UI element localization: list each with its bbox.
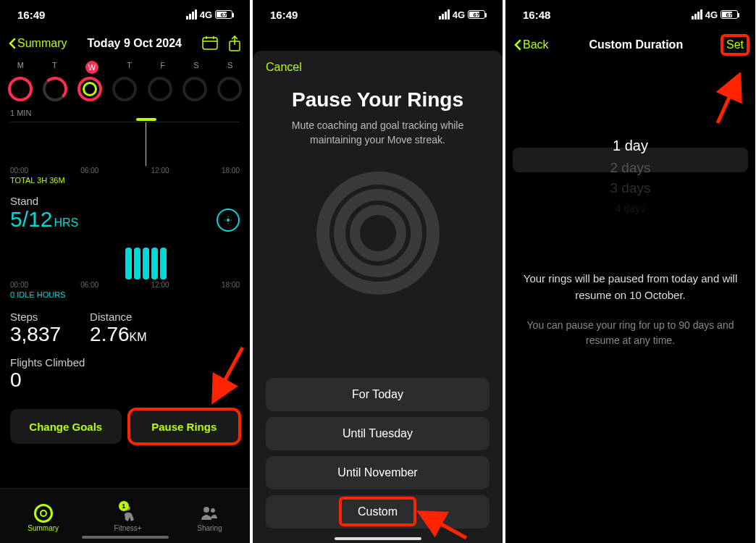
picker-item[interactable]: 4 days [505,198,755,219]
idle-label: 0 IDLE HOURS [10,290,240,299]
set-button[interactable]: Set [726,38,744,51]
nav-header: Back Custom Duration Set [505,29,755,61]
day-ring[interactable] [112,77,137,101]
tab-fitness-plus[interactable]: 1 Fitness+ [114,504,142,532]
steps-label: Steps [10,311,61,323]
picker-item[interactable]: 3 days [505,178,755,198]
back-button[interactable]: Summary [9,37,67,50]
weekday[interactable]: S [227,61,232,74]
chevron-left-icon [9,38,16,49]
network-label: 4G [453,9,465,20]
weekday[interactable]: M [17,61,24,74]
duration-picker[interactable]: 1 day 2 days 3 days 4 days [505,133,755,213]
battery-icon: 67 [215,10,232,19]
pause-rings-button[interactable]: Pause Rings [129,409,240,444]
battery-icon: 67 [468,10,485,19]
sheet-title: Pause Your Rings [266,88,490,111]
option-for-today[interactable]: For Today [266,378,490,411]
distance-value: 2.76KM [90,323,147,346]
status-bar: 16:49 4G 67 [0,0,250,29]
one-min-label: 1 MIN [10,109,240,117]
day-ring-today[interactable] [77,77,102,101]
signal-icon [692,9,702,20]
custom-duration-screen: 16:48 4G 67 Back Custom Duration Set 1 d… [505,0,755,543]
status-bar: 16:49 4G 67 [253,0,503,29]
calendar-icon[interactable] [202,35,218,50]
stand-axis: 00:0006:0012:0018:00 [10,281,240,289]
network-label: 4G [200,9,212,20]
exercise-chart [10,122,240,165]
stand-chart [10,236,240,279]
set-button-highlight: Set [723,37,747,53]
stand-label: Stand [10,195,240,207]
signal-icon [186,9,197,20]
status-bar: 16:48 4G 67 [505,0,755,29]
exercise-axis: 00:0006:0012:0018:00 [10,167,240,174]
option-custom-label: Custom [342,500,413,523]
status-time: 16:49 [270,9,298,21]
tab-label: Sharing [197,524,222,532]
svg-point-8 [203,507,209,513]
svg-rect-0 [203,38,217,49]
weekday[interactable]: T [127,61,132,74]
weekday-selected[interactable]: W [85,61,98,74]
option-until-november[interactable]: Until November [266,456,490,489]
distance-label: Distance [90,311,147,323]
stand-section: Stand 5/12HRS 00:0006:0012:0018:00 0 IDL… [0,195,250,302]
exercise-section: 1 MIN 00:0006:0012:0018:00 TOTAL 3H 36M [0,109,250,188]
pause-note: You can pause your ring for up to 90 day… [523,318,738,348]
add-stand-icon[interactable] [217,209,240,232]
flights-value: 0 [10,369,240,392]
day-ring[interactable] [8,77,33,101]
tab-label: Summary [28,524,59,532]
chevron-left-icon [514,39,521,51]
duration-options: For Today Until Tuesday Until November C… [266,378,490,529]
fitness-summary-screen: 16:49 4G 67 Summary Today 9 Oct 2024 M T… [0,0,250,543]
picker-item-selected[interactable]: 1 day [505,133,755,158]
back-label: Summary [17,37,67,50]
back-button[interactable]: Back [514,38,549,51]
option-custom[interactable]: Custom [266,495,490,529]
weekday[interactable]: F [160,61,165,74]
stand-value: 5/12HRS [10,207,240,232]
sheet-subtitle: Mute coaching and goal tracking while ma… [266,119,490,147]
status-time: 16:49 [17,9,45,21]
day-ring[interactable] [148,77,172,101]
tab-summary[interactable]: Summary [28,504,59,532]
annotation-arrow [710,72,747,130]
total-label: TOTAL 3H 36M [10,176,240,185]
action-buttons: Change Goals Pause Rings [0,399,250,454]
tab-label: Fitness+ [114,524,142,532]
option-until-tuesday[interactable]: Until Tuesday [266,417,490,450]
signal-icon [439,9,450,20]
pause-rings-screen: 16:49 4G 67 Cancel Pause Your Rings Mute… [253,0,503,543]
change-goals-button[interactable]: Change Goals [10,409,122,444]
battery-icon: 67 [721,10,738,19]
day-ring[interactable] [182,77,207,101]
weekday[interactable]: T [52,61,57,74]
picker-item[interactable]: 2 days [505,158,755,178]
network-label: 4G [705,9,718,20]
svg-line-11 [718,78,738,123]
status-time: 16:48 [523,9,550,21]
steps-value: 3,837 [10,323,61,346]
page-title: Today 9 Oct 2024 [88,37,182,50]
weekday[interactable]: S [193,61,198,74]
tab-sharing[interactable]: Sharing [197,504,222,532]
cancel-button[interactable]: Cancel [266,61,302,73]
badge: 1 [119,501,129,511]
day-ring[interactable] [43,77,67,101]
svg-point-9 [211,508,215,513]
people-icon [200,504,219,523]
home-indicator[interactable] [82,536,169,539]
weekday-row: M T W T F S S [0,58,250,74]
day-ring[interactable] [217,77,242,101]
back-label: Back [523,38,549,51]
rings-icon [34,504,53,523]
share-icon[interactable] [228,35,241,51]
tab-bar: Summary 1 Fitness+ Sharing [0,488,250,543]
flights-label: Flights Climbed [10,356,240,369]
home-indicator[interactable] [335,537,421,540]
nav-header: Summary Today 9 Oct 2024 [0,29,250,58]
rings-illustration [316,172,440,295]
